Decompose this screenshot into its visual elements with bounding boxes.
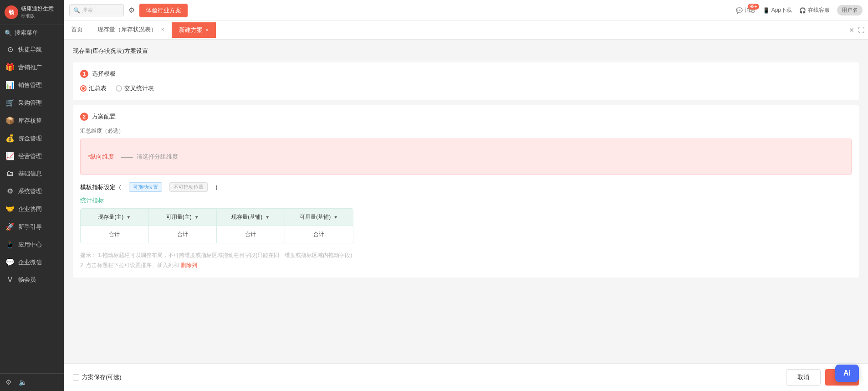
basic-info-icon: 🗂 <box>5 170 15 178</box>
action-button[interactable]: 体验行业方案 <box>139 4 188 17</box>
step1-section: 1 选择模板 汇总表 交叉统计表 <box>73 62 859 100</box>
search-icon: 🔍 <box>5 30 12 36</box>
stats-header-col1[interactable]: 现存量(主)▼ <box>81 209 149 226</box>
main-content: 现存量(库存状况表)方案设置 1 选择模板 汇总表 交叉统计表 <box>64 40 868 363</box>
tab-new-plan-label: 新建方案 <box>179 26 203 34</box>
ai-button[interactable]: Ai <box>835 365 859 382</box>
sidebar-item-basic-info[interactable]: 🗂基础信息 <box>0 165 64 182</box>
cancel-button[interactable]: 取消 <box>786 369 821 386</box>
dropdown-col1[interactable]: ▼ <box>126 215 131 220</box>
logo-icon: 畅 <box>5 5 18 19</box>
member-label: 畅会员 <box>18 276 36 284</box>
radio-summary[interactable]: 汇总表 <box>80 84 107 93</box>
sidebar-search[interactable]: 🔍 搜索菜单 <box>0 25 64 41</box>
quick-nav-icon: ⊙ <box>5 45 15 54</box>
tab-new-plan-close[interactable]: × <box>205 27 209 33</box>
wechat-label: 企业微信 <box>18 258 42 267</box>
stats-cell-0-0: 合计 <box>81 226 149 243</box>
stats-label: 统计指标 <box>80 196 852 205</box>
indicator-label-suffix: ） <box>215 183 221 191</box>
movable-badge: 可拖动位置 <box>129 182 162 192</box>
speaker-icon[interactable]: 🔈 <box>19 378 27 386</box>
operations-label: 经营管理 <box>18 152 42 160</box>
dimension-selector[interactable]: *纵向维度 —— 请选择分组维度 <box>80 139 852 175</box>
step2-title: 方案配置 <box>92 113 116 121</box>
sidebar-item-member[interactable]: V畅会员 <box>0 271 64 288</box>
close-tab-icon[interactable]: ✕ <box>849 26 854 34</box>
finance-label: 资金管理 <box>18 134 42 143</box>
sidebar-item-operations[interactable]: 📈经营管理 <box>0 147 64 165</box>
sidebar-item-sales[interactable]: 📊销售管理 <box>0 76 64 94</box>
message-icon: 💬 <box>736 7 743 14</box>
topbar: 🔍 搜索 ⚙ 体验行业方案 💬 消息 99+ 📱 App下载 🎧 在线客服 用户… <box>64 0 868 21</box>
page-title: 现存量(库存状况表)方案设置 <box>73 47 859 55</box>
col-label-col1: 现存量(主) <box>98 213 123 221</box>
save-checkbox[interactable]: 方案保存(可选) <box>73 373 122 381</box>
sidebar-search-label: 搜索菜单 <box>15 29 38 37</box>
col-label-col2: 可用量(主) <box>166 213 192 221</box>
online-service-label: 在线客服 <box>808 6 830 14</box>
dropdown-col2[interactable]: ▼ <box>194 215 199 220</box>
tip2-link[interactable]: 删除列 <box>181 262 197 268</box>
tab-new-plan[interactable]: 新建方案 × <box>172 22 216 38</box>
sidebar-item-quick-nav[interactable]: ⊙快捷导航 <box>0 41 64 58</box>
indicator-label-text: 模板指标设定（ <box>80 183 122 191</box>
step1-title: 选择模板 <box>92 70 116 78</box>
dimension-label: 汇总维度（必选） <box>80 127 852 135</box>
tip1: 提示： 1.拖动标题栏可以调整布局，不可跨维度或指标区域拖动栏目字段(只能在同一… <box>80 251 852 261</box>
purchase-label: 采购管理 <box>18 99 42 107</box>
sidebar-item-guide[interactable]: 🚀新手引导 <box>0 218 64 236</box>
gear-icon[interactable]: ⚙ <box>128 6 135 15</box>
save-checkbox-label: 方案保存(可选) <box>82 373 122 381</box>
user-avatar[interactable]: 用户名 <box>837 5 863 15</box>
guide-icon: 🚀 <box>5 222 15 231</box>
sidebar-item-purchase[interactable]: 🛒采购管理 <box>0 94 64 112</box>
message-button[interactable]: 💬 消息 99+ <box>736 6 756 14</box>
tab-inventory-label: 现存量（库存状况表） <box>97 26 157 33</box>
sidebar-item-finance[interactable]: 💰资金管理 <box>0 129 64 147</box>
phone-icon: 📱 <box>763 7 770 14</box>
online-service-button[interactable]: 🎧 在线客服 <box>799 6 830 14</box>
fixed-badge: 不可拖动位置 <box>169 182 208 192</box>
tips-title: 提示： <box>80 252 97 258</box>
tip2-prefix: 2. 点击标题栏下拉可设置排序、插入列和 <box>80 262 179 268</box>
sidebar-item-inventory[interactable]: 📦库存核算 <box>0 112 64 129</box>
stats-header-col4[interactable]: 可用量(基辅)▼ <box>285 209 353 226</box>
tab-inventory[interactable]: 现存量（库存状况表） × <box>90 21 172 39</box>
logo-name: 畅康通好生意 <box>21 5 54 13</box>
tip2: 2. 点击标题栏下拉可设置排序、插入列和 删除列 <box>80 261 852 271</box>
stats-header-col3[interactable]: 现存量(基辅)▼ <box>217 209 285 226</box>
message-badge: 99+ <box>748 4 759 10</box>
app-download-button[interactable]: 📱 App下载 <box>763 6 792 14</box>
radio-cross[interactable]: 交叉统计表 <box>116 84 154 93</box>
sidebar-item-marketing[interactable]: 🎁营销推广 <box>0 58 64 76</box>
dropdown-col4[interactable]: ▼ <box>333 215 338 220</box>
basic-info-label: 基础信息 <box>18 170 42 178</box>
system-label: 系统管理 <box>18 187 42 196</box>
radio-summary-circle <box>80 85 87 92</box>
topbar-right: 💬 消息 99+ 📱 App下载 🎧 在线客服 用户名 <box>736 5 863 15</box>
stats-table: 现存量(主)▼可用量(主)▼现存量(基辅)▼可用量(基辅)▼ 合计合计合计合计 <box>80 208 353 243</box>
sidebar-item-wechat[interactable]: 💬企业微信 <box>0 253 64 271</box>
contract-icon: 🤝 <box>5 205 15 213</box>
expand-icon[interactable]: ⛶ <box>858 26 864 34</box>
step2-section: 2 方案配置 汇总维度（必选） *纵向维度 —— 请选择分组维度 模板指标设定（… <box>73 105 859 278</box>
tab-home[interactable]: 首页 <box>64 21 90 39</box>
sidebar: 畅 畅康通好生意 标准版 🔍 搜索菜单 ⊙快捷导航🎁营销推广📊销售管理🛒采购管理… <box>0 0 64 391</box>
stats-header-col2[interactable]: 可用量(主)▼ <box>149 209 217 226</box>
dropdown-col3[interactable]: ▼ <box>265 215 270 220</box>
dimension-dash: —— <box>121 154 133 160</box>
sidebar-item-contract[interactable]: 🤝企业协同 <box>0 200 64 218</box>
topbar-search[interactable]: 🔍 搜索 <box>69 4 124 16</box>
sidebar-item-app-center[interactable]: 📱应用中心 <box>0 236 64 253</box>
sales-label: 销售管理 <box>18 81 42 89</box>
tips-section: 提示： 1.拖动标题栏可以调整布局，不可跨维度或指标区域拖动栏目字段(只能在同一… <box>80 251 852 270</box>
tabbar: 首页 现存量（库存状况表） × 新建方案 × ✕ ⛶ <box>64 21 868 40</box>
sidebar-item-system[interactable]: ⚙系统管理 <box>0 182 64 200</box>
marketing-label: 营销推广 <box>18 63 42 72</box>
settings-icon[interactable]: ⚙ <box>5 378 11 386</box>
tab-home-label: 首页 <box>71 26 83 33</box>
radio-cross-circle <box>116 85 122 92</box>
guide-label: 新手引导 <box>18 223 42 231</box>
tab-inventory-close[interactable]: × <box>161 26 164 33</box>
